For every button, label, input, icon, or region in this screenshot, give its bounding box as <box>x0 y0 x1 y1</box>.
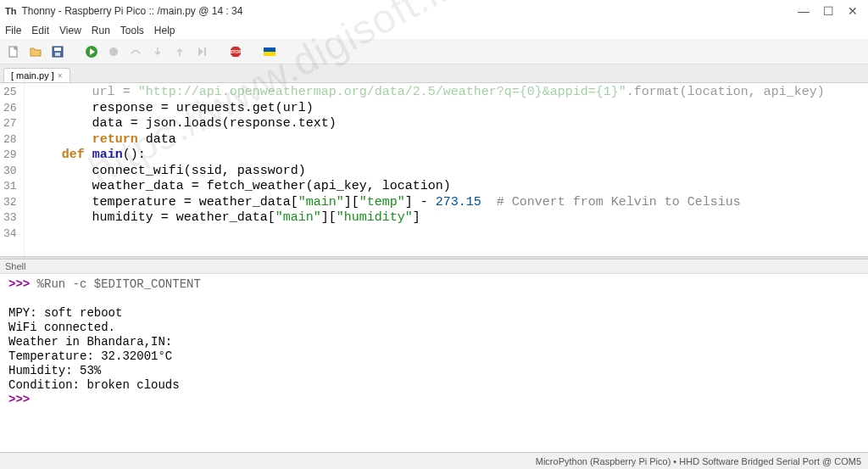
window-titlebar: Th Thonny - Raspberry Pi Pico :: /main.p… <box>0 0 868 22</box>
open-file-button[interactable] <box>27 43 44 60</box>
bug-icon <box>107 45 120 59</box>
stop-button[interactable]: STOP <box>227 43 244 60</box>
app-icon: Th <box>5 6 16 16</box>
run-button[interactable] <box>83 43 100 60</box>
step-over-icon <box>129 45 142 59</box>
support-ukraine-button[interactable] <box>261 43 278 60</box>
step-into-button[interactable] <box>149 43 166 60</box>
stop-icon: STOP <box>229 45 242 59</box>
step-out-icon <box>173 45 186 59</box>
interpreter-status[interactable]: MicroPython (Raspberry Pi Pico) • HHD So… <box>536 456 861 466</box>
new-file-button[interactable] <box>5 43 22 60</box>
save-file-button[interactable] <box>49 43 66 60</box>
tab-label: [ main.py ] <box>11 70 54 81</box>
debug-button[interactable] <box>105 43 122 60</box>
menu-view[interactable]: View <box>59 25 81 36</box>
line-number-gutter: 25262728293031323334 <box>0 83 25 256</box>
folder-open-icon <box>29 45 42 59</box>
ukraine-flag-icon <box>263 45 276 59</box>
step-into-icon <box>151 45 164 59</box>
menu-help[interactable]: Help <box>154 25 175 36</box>
svg-text:STOP: STOP <box>230 49 242 54</box>
save-icon <box>51 45 64 59</box>
step-over-button[interactable] <box>127 43 144 60</box>
step-out-button[interactable] <box>171 43 188 60</box>
code-area[interactable]: url = "http://api.openweathermap.org/dat… <box>25 83 832 256</box>
menu-edit[interactable]: Edit <box>31 25 49 36</box>
svg-point-5 <box>109 47 118 56</box>
menu-run[interactable]: Run <box>92 25 110 36</box>
svg-rect-8 <box>264 47 275 52</box>
statusbar: MicroPython (Raspberry Pi Pico) • HHD So… <box>0 452 868 469</box>
tab-close-icon[interactable]: × <box>58 71 63 81</box>
shell-pane-label: Shell <box>0 260 868 274</box>
resume-button[interactable] <box>193 43 210 60</box>
svg-rect-9 <box>264 52 275 56</box>
resume-icon <box>195 45 209 59</box>
close-button[interactable]: ✕ <box>848 4 858 18</box>
play-icon <box>85 45 98 59</box>
menu-tools[interactable]: Tools <box>120 25 144 36</box>
window-title: Thonny - Raspberry Pi Pico :: /main.py @… <box>21 5 798 17</box>
tab-main-py[interactable]: [ main.py ] × <box>3 68 70 82</box>
toolbar: STOP <box>0 39 868 64</box>
code-editor[interactable]: 25262728293031323334 url = "http://api.o… <box>0 83 868 256</box>
menu-file[interactable]: File <box>5 25 21 36</box>
shell-pane[interactable]: >>> %Run -c $EDITOR_CONTENT MPY: soft re… <box>0 274 868 452</box>
new-file-icon <box>7 45 20 59</box>
menubar: FileEditViewRunToolsHelp <box>0 22 868 39</box>
editor-tabbar: [ main.py ] × <box>0 64 868 83</box>
svg-rect-2 <box>54 47 61 51</box>
svg-rect-3 <box>55 53 60 56</box>
minimize-button[interactable]: — <box>798 4 810 18</box>
maximize-button[interactable]: ☐ <box>823 4 834 18</box>
